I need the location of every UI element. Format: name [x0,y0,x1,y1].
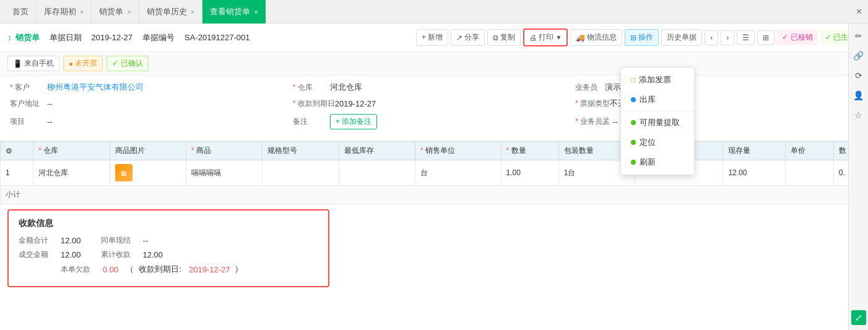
copy-button[interactable]: ⧉ 复制 [487,29,521,46]
sidebar-refresh-icon[interactable]: ⟳ [851,68,866,83]
cell-current-stock: 12.00 [723,160,786,186]
tab-sales[interactable]: 销货单 × [92,0,139,24]
due-date-paren: （ [126,264,134,275]
col-product: 商品 [186,142,262,160]
cell-no: 1 [1,160,33,186]
project-field: 项目 -- [10,116,293,127]
copy-icon: ⧉ [493,33,498,42]
nav-prev-button[interactable]: ‹ [705,30,718,45]
warehouse-label: 仓库 [293,82,330,93]
salesman-field: 业务员 演示账号 [575,82,858,93]
share-icon: ↗ [456,33,462,42]
right-sidebar: ✏ 🔗 ⟳ 👤 ☆ ⤢ [848,24,868,330]
table-row: 1 河北仓库 ▦ 嗝嗝嗝嗝 台 1.00 1台 12.00 [1,160,868,186]
dropdown-refresh[interactable]: 刷新 [621,152,694,172]
outbound-dot [631,97,636,102]
phone-icon: 📱 [13,59,22,68]
data-table: ⚙ 仓库 商品图片 商品 规格型号 最低库存 销售单位 数量 包装数量 可用量（… [0,141,868,204]
sidebar-star-icon[interactable]: ☆ [851,108,866,123]
transaction-item: 成交金额 12.00 [19,250,81,260]
warehouse-field: 仓库 河北仓库 [293,82,576,93]
confirm-button[interactable]: ✓ 已确认 [106,56,148,71]
from-phone-button[interactable]: 📱 来自手机 [7,56,59,71]
doc-no-value: SA-20191227-001 [184,33,250,42]
col-unit-price: 单价 [786,142,834,160]
sidebar-expand-icon[interactable]: ⤢ [851,310,866,325]
add-note-button[interactable]: + 添加备注 [330,114,377,129]
customer-value[interactable]: 柳州粤港平安气体有限公司 [47,82,144,93]
main-content: ↕ 销货单 单据日期 2019-12-27 单据编号 SA-20191227-0… [0,24,868,330]
doc-date-value: 2019-12-27 [92,33,133,42]
tab-sales-history-label: 销货单历史 [147,6,187,17]
doc-title-icon: ↕ [7,33,12,42]
warehouse-value: 河北仓库 [330,82,362,93]
operation-button[interactable]: ⊞ 操作 [625,29,659,46]
col-settings[interactable]: ⚙ [1,142,33,160]
cell-warehouse: 河北仓库 [33,160,110,186]
tab-inventory[interactable]: 库存期初 × [37,0,92,24]
note-field: 备注 + 添加备注 [293,114,576,129]
logistics-button[interactable]: 🚚 物流信息 [570,29,622,46]
cell-min-stock [339,160,415,186]
toolbar2: 📱 来自手机 ● 未开票 ✓ 已确认 [0,52,868,76]
dropdown-add-invoice[interactable]: □ 添加发票 [621,70,694,90]
list-view-button[interactable]: ☰ [737,30,755,45]
tab-sales-history[interactable]: 销货单历史 × [139,0,202,24]
tab-sales-history-close[interactable]: × [191,8,194,15]
dropdown-quantity-pick[interactable]: 可用量提取 [621,113,694,132]
logistics-icon: 🚚 [576,33,585,42]
due-date-paren-close: ） [235,264,243,275]
sidebar-edit-icon[interactable]: ✏ [851,28,866,43]
project-value: -- [47,117,53,126]
salesman2-value: -- [612,117,618,126]
cell-quantity: 1.00 [501,160,558,186]
invoice-label: 票据类型 [575,98,610,109]
form-row-3: 项目 -- 备注 + 添加备注 业务员孟 -- [10,114,858,129]
refresh-dot [631,160,636,165]
same-order-label: 同单现结 [101,235,138,246]
outbound-label: 出库 [640,94,656,105]
table-header-row: ⚙ 仓库 商品图片 商品 规格型号 最低库存 销售单位 数量 包装数量 可用量（… [1,142,868,160]
subtotal-row: 小计 [1,186,868,204]
col-spec: 规格型号 [263,142,339,160]
locate-dot [631,140,636,145]
cell-product-img: ▦ [110,160,186,186]
tab-view-sales-close[interactable]: × [254,8,258,15]
window-close-icon[interactable]: × [856,6,862,17]
payment-date-value: 2019-12-27 [335,99,376,108]
locate-label: 定位 [640,137,656,148]
dropdown-locate[interactable]: 定位 [621,132,694,152]
address-value: -- [47,99,53,108]
tabs-bar: 首页 库存期初 × 销货单 × 销货单历史 × 查看销货单 × × [0,0,868,24]
history-button[interactable]: 历史单据 [661,29,702,46]
tab-home[interactable]: 首页 [5,0,37,24]
customer-label: 客户 [10,82,47,93]
product-image: ▦ [115,164,132,181]
new-button[interactable]: + 新增 [416,29,448,46]
print-button[interactable]: 🖨 打印 ▼ [523,28,568,46]
not-open-button[interactable]: ● 未开票 [63,56,103,71]
current-debt-value: 0.00 [103,265,118,274]
dropdown-outbound[interactable]: 出库 [621,90,694,110]
col-sales-unit: 销售单位 [415,142,501,160]
grid-view-button[interactable]: ⊞ [757,30,775,45]
salesman-label: 业务员 [575,82,605,93]
payment-title: 收款信息 [19,218,318,229]
tab-inventory-close[interactable]: × [80,8,84,15]
nav-next-button[interactable]: › [721,30,734,45]
invoice-field: 票据类型 不开票 [575,98,858,109]
invoice-icon: ● [69,59,73,68]
current-debt-label: 本单欠款 [61,264,98,275]
tab-sales-close[interactable]: × [127,8,131,15]
sidebar-link-icon[interactable]: 🔗 [851,48,866,63]
tab-view-sales[interactable]: 查看销货单 × [202,0,266,24]
cell-product: 嗝嗝嗝嗝 [186,160,262,186]
share-button[interactable]: ↗ 分享 [451,29,485,46]
sidebar-user-icon[interactable]: 👤 [851,88,866,103]
quantity-pick-dot [631,120,636,125]
cumulative-value: 12.00 [143,250,163,259]
cumulative-label: 累计收款 [101,250,138,260]
table-section: ⚙ 仓库 商品图片 商品 规格型号 最低库存 销售单位 数量 包装数量 可用量（… [0,141,868,204]
address-field: 客户地址 -- [10,98,293,109]
quantity-pick-label: 可用量提取 [640,117,680,128]
